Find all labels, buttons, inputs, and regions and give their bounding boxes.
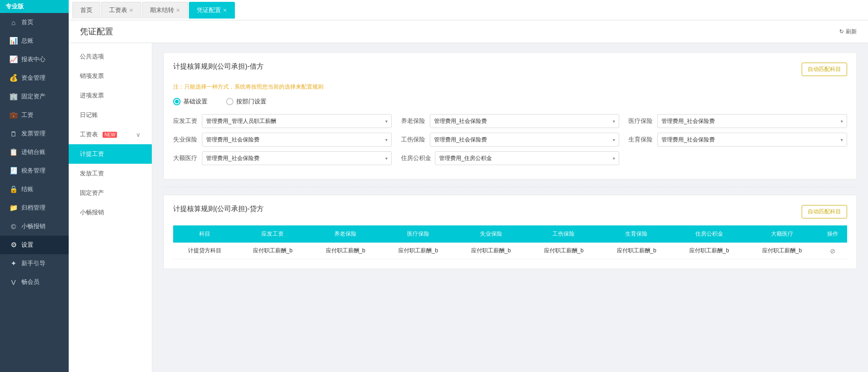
form-item-housing-fund: 住房公积金 管理费用_住房公积金 ▾ [401,151,620,165]
select-salary[interactable]: 管理费用_管理人员职工薪酬 ▾ [202,114,392,128]
select-large-medical[interactable]: 管理费用_社会保险费 ▾ [202,151,392,165]
left-nav-salary-table[interactable]: 工资表 NEW ∨ [69,125,152,144]
form-item-empty [628,151,847,165]
sidebar-item-fixed-assets[interactable]: 🏢 固定资产 [0,87,69,106]
radio-basic-setup[interactable]: 基础设置 [173,97,207,106]
left-nav-journal[interactable]: 日记账 [69,105,152,125]
tabs-bar: 首页 工资表 ✕ 期末结转 ✕ 凭证配置 ✕ [69,0,868,20]
section-debit: 计提核算规则(公司承担)-借方 自动匹配科目 注：只能选择一种方式，系统将按照您… [163,52,857,180]
radio-basic-label: 基础设置 [183,97,207,106]
select-maternity[interactable]: 管理费用_社会保险费 ▾ [657,133,847,147]
report-icon: 📈 [9,55,18,64]
select-housing-fund[interactable]: 管理费用_住房公积金 ▾ [435,151,620,165]
radio-dept-label: 按部门设置 [236,97,266,106]
label-housing-fund: 住房公积金 [401,154,431,162]
right-content: 计提核算规则(公司承担)-借方 自动匹配科目 注：只能选择一种方式，系统将按照您… [152,43,868,372]
left-nav: 公共选项 销项发票 进项发票 日记账 工资表 NEW ∨ 计提工资 [69,43,152,372]
left-nav-public-options[interactable]: 公共选项 [69,47,152,66]
td-work-injury: 应付职工薪酬_b [527,243,600,259]
sidebar-item-purchase-sales[interactable]: 📋 进销台账 [0,143,69,161]
dropdown-arrow-pension: ▾ [613,119,615,124]
home-icon: ⌂ [9,19,18,26]
sidebar-item-funds[interactable]: 💰 资金管理 [0,69,69,87]
th-operation: 操作 [818,225,847,243]
refresh-button[interactable]: ↻ 刷新 [839,28,857,36]
sidebar-item-salary[interactable]: 💼 工资 [0,106,69,124]
th-maternity: 生育保险 [600,225,673,243]
new-badge: NEW [103,132,117,138]
left-nav-sales-invoice[interactable]: 销项发票 [69,66,152,86]
td-edit[interactable]: ⊘ [818,243,847,259]
radio-dept-setup[interactable]: 按部门设置 [226,97,266,106]
tab-salary-table-close[interactable]: ✕ [129,7,133,13]
label-work-injury: 工伤保险 [401,135,426,144]
select-work-injury-value: 管理费用_社会保险费 [434,136,613,144]
edit-icon[interactable]: ⊘ [830,247,836,255]
auto-match-credit-button[interactable]: 自动匹配科目 [802,205,847,218]
select-large-medical-value: 管理费用_社会保险费 [206,154,385,162]
sidebar-label-home: 首页 [21,18,33,26]
content-area: 公共选项 销项发票 进项发票 日记账 工资表 NEW ∨ 计提工资 [69,43,868,372]
sidebar-item-invoice-mgmt[interactable]: 🗒 发票管理 [0,124,69,143]
sidebar-item-home[interactable]: ⌂ 首页 [0,13,69,32]
tab-salary-table[interactable]: 工资表 ✕ [101,2,141,19]
left-nav-accrued-salary[interactable]: 计提工资 [69,144,152,164]
tax-icon: 🧾 [9,167,18,175]
page-header: 凭证配置 ↻ 刷新 [69,20,868,43]
td-large-medical: 应付职工薪酬_b [745,243,818,259]
table-header-row: 科目 应发工资 养老保险 医疗保险 失业保险 工伤保险 生育保险 住房公积金 大… [173,225,847,243]
select-work-injury[interactable]: 管理费用_社会保险费 ▾ [430,133,620,147]
tab-period-close[interactable]: 期末结转 ✕ [142,2,188,19]
left-nav-fixed-assets[interactable]: 固定资产 [69,183,152,203]
page-title: 凭证配置 [80,26,113,37]
sidebar-item-member[interactable]: V 畅会员 [0,273,69,291]
left-nav-purchase-invoice[interactable]: 进项发票 [69,86,152,105]
tab-salary-table-label: 工资表 [109,6,127,14]
th-large-medical: 大额医疗 [745,225,818,243]
sidebar-item-closing[interactable]: 🔒 结账 [0,180,69,199]
form-item-work-injury: 工伤保险 管理费用_社会保险费 ▾ [401,133,620,147]
form-item-salary: 应发工资 管理费用_管理人员职工薪酬 ▾ [173,114,392,128]
section1-title: 计提核算规则(公司承担)-借方 [173,62,264,71]
sidebar-item-xiaochang[interactable]: © 小畅报销 [0,217,69,236]
sidebar-item-reports[interactable]: 📈 报表中心 [0,50,69,69]
select-pension[interactable]: 管理费用_社会保险费 ▾ [430,114,620,128]
select-salary-value: 管理费用_管理人员职工薪酬 [206,117,385,125]
guide-icon: ✦ [9,259,18,268]
sidebar-item-settings[interactable]: ⚙ 设置 [0,236,69,254]
refresh-icon: ↻ [839,28,844,35]
radio-group: 基础设置 按部门设置 [173,97,847,106]
tab-voucher-config[interactable]: 凭证配置 ✕ [189,2,235,19]
tab-period-close-close[interactable]: ✕ [176,7,180,13]
form-row-3: 大额医疗 管理费用_社会保险费 ▾ 住房公积金 管理费用_住房公积金 ▾ [173,151,847,165]
td-salary: 应付职工薪酬_b [236,243,309,259]
tab-home[interactable]: 首页 [72,2,100,19]
sidebar-item-beginner[interactable]: ✦ 新手引导 [0,254,69,273]
table-row: 计提贷方科目 应付职工薪酬_b 应付职工薪酬_b 应付职工薪酬_b 应付职工薪酬… [173,243,847,259]
section-divider [163,187,857,187]
select-medical-value: 管理费用_社会保险费 [661,117,841,125]
select-housing-fund-value: 管理费用_住房公积金 [439,154,613,162]
left-nav-issue-salary[interactable]: 发放工资 [69,164,152,183]
sidebar-item-tax[interactable]: 🧾 税务管理 [0,161,69,180]
dropdown-arrow-housing-fund: ▾ [613,156,615,161]
building-icon: 🏢 [9,92,18,101]
select-medical[interactable]: 管理费用_社会保险费 ▾ [657,114,847,128]
auto-match-debit-button[interactable]: 自动匹配科目 [802,63,847,76]
th-medical: 医疗保险 [382,225,455,243]
form-item-maternity: 生育保险 管理费用_社会保险费 ▾ [628,133,847,147]
label-pension: 养老保险 [401,117,426,125]
expand-icon: ∨ [136,131,141,138]
tab-home-label: 首页 [80,6,92,14]
section1-header-row: 计提核算规则(公司承担)-借方 自动匹配科目 [173,62,847,77]
tab-voucher-config-close[interactable]: ✕ [223,7,227,13]
label-medical: 医疗保险 [628,117,654,125]
th-salary: 应发工资 [236,225,309,243]
td-maternity: 应付职工薪酬_b [600,243,673,259]
left-nav-xiaochang-expense[interactable]: 小畅报销 [69,203,152,222]
dropdown-arrow-large-medical: ▾ [385,156,388,161]
sidebar-item-archive[interactable]: 📁 归档管理 [0,199,69,217]
sidebar-item-general-ledger[interactable]: 📊 总账 [0,32,69,50]
form-item-unemployment: 失业保险 管理费用_社会保险费 ▾ [173,133,392,147]
select-unemployment[interactable]: 管理费用_社会保险费 ▾ [202,133,392,147]
